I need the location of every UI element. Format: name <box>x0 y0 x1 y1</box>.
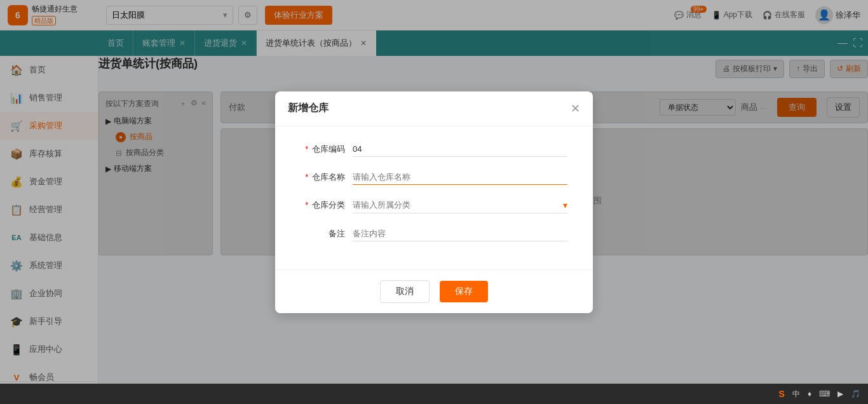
form-row-code: * 仓库编码 <box>301 142 567 157</box>
save-button[interactable]: 保存 <box>440 281 488 302</box>
modal-close-button[interactable]: ✕ <box>571 102 580 116</box>
warehouse-category-input[interactable] <box>353 200 563 210</box>
main-layout: 🏠 首页 📊 销售管理 🛒 采购管理 📦 库存核算 💰 资金管理 📋 经营管理 … <box>0 56 868 404</box>
status-bar: S 中 ♦ ⌨ ▶ 🎵 <box>0 384 868 404</box>
status-logo: S <box>779 389 785 399</box>
modal-overlay: 新增仓库 ✕ * 仓库编码 * <box>98 56 868 404</box>
modal-title: 新增仓库 <box>288 102 329 115</box>
modal-header: 新增仓库 ✕ <box>275 91 593 126</box>
notes-input[interactable] <box>353 226 567 241</box>
cancel-button[interactable]: 取消 <box>380 280 430 303</box>
modal-footer: 取消 保存 <box>275 269 593 313</box>
form-row-category: * 仓库分类 ▾ <box>301 198 567 213</box>
warehouse-name-input[interactable] <box>353 170 567 185</box>
form-row-name: * 仓库名称 <box>301 170 567 185</box>
warehouse-category-label: * 仓库分类 <box>301 199 345 211</box>
status-music-icon[interactable]: 🎵 <box>851 389 860 398</box>
notes-label: 备注 <box>301 228 345 239</box>
content-area: 进货单统计(按商品) 🖨 按模板打印 ▾ ↑ 导出 ↺ 刷新 <box>98 56 868 404</box>
warehouse-code-label: * 仓库编码 <box>301 144 345 155</box>
warehouse-code-input[interactable] <box>353 142 567 157</box>
status-play-icon[interactable]: ▶ <box>837 389 843 398</box>
status-dot-icon: ♦ <box>808 389 811 398</box>
add-warehouse-modal: 新增仓库 ✕ * 仓库编码 * <box>275 91 593 313</box>
required-star: * <box>305 144 308 154</box>
modal-body: * 仓库编码 * 仓库名称 <box>275 126 593 269</box>
form-row-notes: 备注 <box>301 226 567 241</box>
warehouse-name-label: * 仓库名称 <box>301 172 345 183</box>
status-lang[interactable]: 中 <box>792 389 800 400</box>
status-keyboard-icon[interactable]: ⌨ <box>819 389 830 398</box>
required-star-name: * <box>305 172 308 182</box>
warehouse-category-wrapper[interactable]: ▾ <box>353 198 567 213</box>
required-star-category: * <box>305 200 308 210</box>
category-dropdown-icon: ▾ <box>563 200 567 210</box>
